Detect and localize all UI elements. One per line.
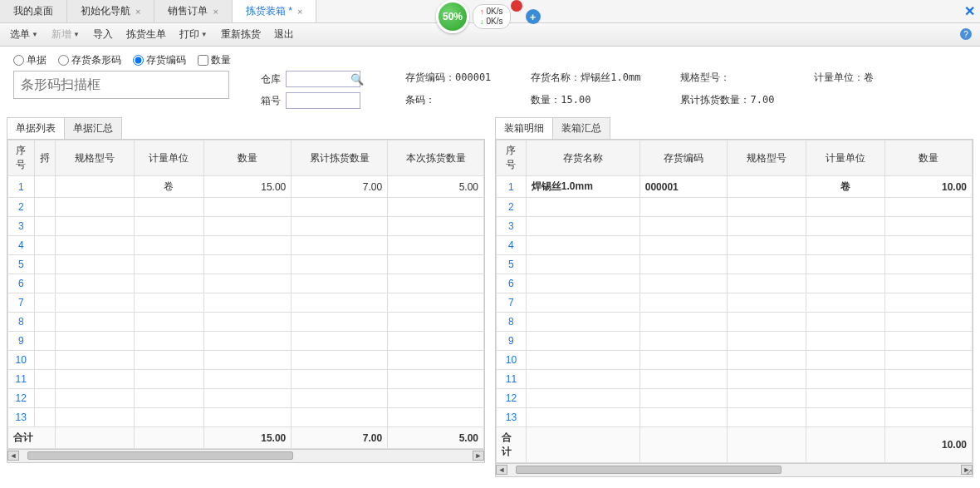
select-button[interactable]: 选单▼ [10,27,38,42]
table-row[interactable]: 13 [8,408,484,427]
close-icon[interactable]: × [297,7,302,17]
arrow-down-icon: ↓ [480,17,484,27]
tab-label: 拣货装箱 * [246,4,292,18]
info-acc: 7.00 [750,94,774,106]
info-name: 焊锡丝1.0mm [581,71,640,83]
table-row[interactable]: 3 [497,217,973,236]
barcode-scan-input[interactable] [13,71,229,99]
info-uom: 卷 [864,71,874,83]
table-row[interactable]: 12 [8,389,484,408]
table-row[interactable]: 4 [8,236,484,255]
total-qty: 10.00 [884,427,972,463]
col-seq[interactable]: 序号 [497,140,527,176]
checkbox-qty[interactable]: 数量 [198,53,231,67]
close-icon[interactable]: × [135,7,140,17]
tables: 单据列表 单据汇总 序号 捋 规格型号 计量单位 数量 累计拣货数量 本次拣货数… [0,117,980,477]
table-row[interactable]: 8 [497,313,973,332]
total-cur: 5.00 [388,427,484,449]
total-qty: 15.00 [203,427,291,449]
col-spec[interactable]: 规格型号 [728,140,806,176]
table-row[interactable]: 13 [497,408,973,427]
scroll-left-icon[interactable]: ◄ [496,465,507,475]
right-table: 装箱明细 装箱汇总 序号 存货名称 存货编码 规格型号 计量单位 数量 1焊锡丝… [495,117,973,477]
total-label: 合计 [8,427,56,449]
tab-init-nav[interactable]: 初始化导航× [67,0,154,22]
table-row[interactable]: 9 [497,332,973,351]
radio-doc[interactable]: 单据 [13,53,47,67]
info-qty: 15.00 [561,94,590,106]
tab-label: 我的桌面 [13,4,53,18]
col-seq[interactable]: 序号 [8,140,35,176]
help-icon[interactable]: ? [960,28,972,40]
col-name[interactable]: 存货名称 [526,140,639,176]
table-row[interactable]: 1焊锡丝1.0mm000001卷10.00 [497,176,973,198]
col-acc[interactable]: 累计拣货数量 [292,140,388,176]
radio-barcode[interactable]: 存货条形码 [58,53,121,67]
network-widget: 50% ↑0K/s ↓0K/s + [436,0,541,33]
net-percent-badge[interactable]: 50% [436,0,469,33]
table-row[interactable]: 5 [8,255,484,274]
scroll-thumb[interactable] [27,451,293,460]
expand-icon[interactable]: ⤢ [966,467,973,476]
table-row[interactable]: 8 [8,313,484,332]
table-row[interactable]: 5 [497,255,973,274]
close-all-icon[interactable]: ✕ [964,3,975,19]
table-row[interactable]: 10 [8,351,484,370]
import-button[interactable]: 导入 [93,27,113,42]
warehouse-input[interactable] [286,71,360,87]
close-icon[interactable]: × [213,7,218,17]
form-area: 仓库 🔍 箱号 存货编码：000001 存货名称：焊锡丝1.0mm 规格型号： … [0,71,980,117]
table-row[interactable]: 1卷15.007.005.00 [8,176,484,198]
left-grid[interactable]: 序号 捋 规格型号 计量单位 数量 累计拣货数量 本次拣货数量 1卷15.007… [7,139,485,450]
picklist-button[interactable]: 拣货生单 [126,27,166,42]
table-row[interactable]: 6 [497,274,973,293]
table-row[interactable]: 4 [497,236,973,255]
print-button[interactable]: 打印▼ [179,27,208,42]
radio-code[interactable]: 存货编码 [133,53,186,67]
table-row[interactable]: 6 [8,274,484,293]
net-stats: ↑0K/s ↓0K/s [473,4,511,29]
subtab-box-summary[interactable]: 装箱汇总 [552,117,610,139]
subtab-box-detail[interactable]: 装箱明细 [495,117,553,139]
new-button: 新增▼ [51,27,80,42]
table-row[interactable]: 7 [8,293,484,313]
table-row[interactable]: 10 [497,351,973,370]
net-alert-dot[interactable] [511,0,522,12]
table-row[interactable]: 3 [8,217,484,236]
table-row[interactable]: 2 [497,198,973,217]
exit-button[interactable]: 退出 [274,27,294,42]
h-scrollbar[interactable]: ◄ ► [7,450,485,463]
col-uom[interactable]: 计量单位 [806,140,884,176]
table-row[interactable]: 12 [497,389,973,408]
subtab-doc-list[interactable]: 单据列表 [7,117,65,139]
col-code[interactable]: 存货编码 [639,140,727,176]
tab-sales-order[interactable]: 销售订单× [154,0,232,22]
left-table: 单据列表 单据汇总 序号 捋 规格型号 计量单位 数量 累计拣货数量 本次拣货数… [7,117,485,477]
table-row[interactable]: 7 [497,293,973,313]
search-icon[interactable]: 🔍 [350,73,364,86]
table-row[interactable]: 9 [8,332,484,351]
info-code: 000001 [455,71,491,83]
subtab-doc-summary[interactable]: 单据汇总 [64,117,122,139]
scroll-thumb[interactable] [516,466,782,474]
caret-icon: ▼ [73,31,80,38]
col-qty[interactable]: 数量 [884,140,972,176]
total-acc: 7.00 [292,427,388,449]
col-uom[interactable]: 计量单位 [134,140,203,176]
scroll-left-icon[interactable]: ◄ [7,451,19,461]
col-x[interactable]: 捋 [34,140,55,176]
scroll-right-icon[interactable]: ► [473,451,484,461]
table-row[interactable]: 11 [497,370,973,389]
col-cur[interactable]: 本次拣货数量 [388,140,484,176]
repick-button[interactable]: 重新拣货 [221,27,261,42]
col-spec[interactable]: 规格型号 [55,140,134,176]
boxno-input[interactable] [286,92,360,109]
tab-picking-box[interactable]: 拣货装箱 *× [233,0,316,22]
net-add-button[interactable]: + [526,9,541,24]
tab-desktop[interactable]: 我的桌面 [0,0,67,22]
h-scrollbar[interactable]: ◄ ► ⤢ [495,464,973,477]
table-row[interactable]: 11 [8,370,484,389]
right-grid[interactable]: 序号 存货名称 存货编码 规格型号 计量单位 数量 1焊锡丝1.0mm00000… [495,139,973,464]
col-qty[interactable]: 数量 [203,140,291,176]
table-row[interactable]: 2 [8,198,484,217]
